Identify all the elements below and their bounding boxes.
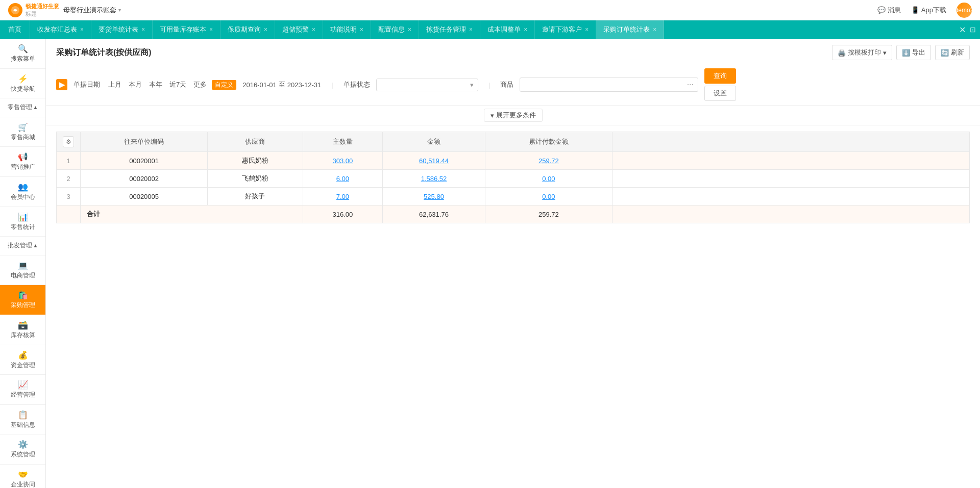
chevron-down-icon: ▾ xyxy=(470,81,474,89)
shortcut-this-year[interactable]: 本年 xyxy=(147,80,164,90)
logo-text: 畅捷通好生意 标题 xyxy=(26,3,59,18)
refresh-button[interactable]: 🔄 刷新 xyxy=(935,45,970,60)
close-icon[interactable]: × xyxy=(585,26,589,33)
filter-toggle-button[interactable]: ▶ xyxy=(56,79,67,90)
shortcut-more[interactable]: 更多 xyxy=(191,80,209,90)
close-icon[interactable]: × xyxy=(209,26,213,33)
tab-purchase-stat[interactable]: 采购订单统计表 × xyxy=(596,20,664,39)
sidebar-item-purchase[interactable]: 🛍️ 采购管理 xyxy=(0,285,45,315)
row-supplier: 飞鹤奶粉 xyxy=(208,170,303,188)
close-icon[interactable]: × xyxy=(80,26,84,33)
tab-config[interactable]: 配置信息 × xyxy=(371,20,419,39)
chevron-down-icon: ▾ xyxy=(491,112,494,119)
row-num: 3 xyxy=(57,188,81,206)
sidebar-item-retail-stat[interactable]: 📊 零售统计 xyxy=(0,207,45,237)
chevron-icon: ▲ xyxy=(33,105,38,110)
row-code: 00020001 xyxy=(81,152,208,170)
date-range-display: 2016-01-01 至 2023-12-31 xyxy=(242,80,321,89)
enterprise-icon: 🤝 xyxy=(18,470,28,479)
tab-goods-stat[interactable]: 要货单统计表 × xyxy=(91,20,153,39)
close-icon[interactable]: × xyxy=(408,26,411,33)
sidebar-item-enterprise[interactable]: 🤝 企业协同 xyxy=(0,465,45,488)
settings-button[interactable]: 设置 xyxy=(704,86,736,101)
message-icon: 💬 xyxy=(877,6,886,14)
paid-link[interactable]: 259.72 xyxy=(538,157,559,165)
goods-filter-label: 商品 xyxy=(500,80,513,89)
paid-link[interactable]: 0.00 xyxy=(542,175,555,183)
sidebar-item-marketing[interactable]: 📢 营销推广 xyxy=(0,147,45,177)
paid-link[interactable]: 0.00 xyxy=(542,193,555,200)
tab-invite[interactable]: 邀请下游客户 × xyxy=(535,20,596,39)
total-label: 合计 xyxy=(81,206,303,223)
top-bar: 畅捷通好生意 标题 母婴行业演示账套 ▾ 💬 消息 📱 App下载 demo2 xyxy=(0,0,980,20)
status-select[interactable]: ▾ xyxy=(376,79,478,91)
col-extra xyxy=(612,132,970,152)
close-icon[interactable]: × xyxy=(524,26,527,33)
custom-date-tag[interactable]: 自定义 xyxy=(212,80,236,90)
quick-nav-icon: ⚡ xyxy=(18,74,28,84)
system-icon: ⚙️ xyxy=(18,440,28,449)
expand-conditions-button[interactable]: ▾ 展开更多条件 xyxy=(484,109,543,122)
sidebar-item-member[interactable]: 👥 会员中心 xyxy=(0,177,45,207)
amount-link[interactable]: 1,586.52 xyxy=(421,175,447,183)
sidebar-item-retail[interactable]: 零售管理 ▲ xyxy=(0,98,45,117)
close-icon[interactable]: × xyxy=(360,26,363,33)
sidebar-item-ecommerce[interactable]: 💻 电商管理 xyxy=(0,255,45,286)
close-all-tabs-button[interactable]: ✕ xyxy=(959,25,966,35)
sidebar-item-search[interactable]: 🔍 搜索菜单 xyxy=(0,39,45,69)
qty-link[interactable]: 7.00 xyxy=(336,193,349,200)
tab-expiry[interactable]: 保质期查询 × xyxy=(220,20,275,39)
sidebar-item-system[interactable]: ⚙️ 系统管理 xyxy=(0,434,45,465)
sidebar-item-quick[interactable]: ⚡ 快捷导航 xyxy=(0,69,45,99)
row-code: 00020005 xyxy=(81,188,208,206)
close-icon[interactable]: × xyxy=(264,26,267,33)
restore-window-button[interactable]: ⊡ xyxy=(970,25,976,34)
tab-overstock[interactable]: 超储预警 × xyxy=(275,20,323,39)
close-icon[interactable]: × xyxy=(141,26,145,33)
close-icon[interactable]: × xyxy=(469,26,473,33)
tab-cost-adj[interactable]: 成本调整单 × xyxy=(480,20,535,39)
action-buttons: 查询 设置 xyxy=(704,68,736,101)
goods-input[interactable]: ··· xyxy=(520,78,698,92)
sidebar-item-finance[interactable]: 💰 资金管理 xyxy=(0,345,45,375)
message-button[interactable]: 💬 消息 xyxy=(877,6,901,15)
amount-link[interactable]: 60,519.44 xyxy=(419,157,449,165)
user-avatar[interactable]: demo2 xyxy=(957,3,972,18)
shortcut-this-month[interactable]: 本月 xyxy=(127,80,144,90)
col-qty: 主数量 xyxy=(303,132,383,152)
export-button[interactable]: ⬇️ 导出 xyxy=(896,45,931,60)
total-paid: 259.72 xyxy=(485,206,612,223)
shortcut-last-month[interactable]: 上月 xyxy=(106,80,124,90)
tab-receive[interactable]: 收发存汇总表 × xyxy=(30,20,91,39)
col-amount: 金额 xyxy=(383,132,485,152)
inventory-icon: 🗃️ xyxy=(18,320,28,330)
table-row: 1 00020001 惠氏奶粉 303.00 60,519.44 259.72 xyxy=(57,152,970,170)
sidebar-item-retail-shop[interactable]: 🛒 零售商城 xyxy=(0,117,45,147)
close-icon[interactable]: × xyxy=(312,26,315,33)
close-icon[interactable]: × xyxy=(653,26,656,33)
app-download-button[interactable]: 📱 App下载 xyxy=(911,6,946,15)
column-settings-button[interactable]: ⚙ xyxy=(63,136,74,147)
query-button[interactable]: 查询 xyxy=(704,68,736,84)
sidebar: 🔍 搜索菜单 ⚡ 快捷导航 零售管理 ▲ 🛒 零售商城 📢 营销推广 👥 会员中… xyxy=(0,39,46,488)
tab-available-stock[interactable]: 可用量库存账本 × xyxy=(153,20,220,39)
date-to: 2023-12-31 xyxy=(287,81,322,89)
basic-icon: 📋 xyxy=(18,410,28,420)
more-icon[interactable]: ··· xyxy=(687,80,694,89)
workspace-selector[interactable]: 母婴行业演示账套 ▾ xyxy=(63,6,121,15)
shortcut-7days[interactable]: 近7天 xyxy=(167,80,188,90)
sidebar-item-basic[interactable]: 📋 基础信息 xyxy=(0,405,45,435)
row-supplier: 惠氏奶粉 xyxy=(208,152,303,170)
template-print-button[interactable]: 🖨️ 按模板打印 ▾ xyxy=(832,45,892,60)
date-filter-label: 单据日期 xyxy=(74,80,100,89)
sidebar-item-wholesale[interactable]: 批发管理 ▲ xyxy=(0,237,45,255)
sidebar-item-inventory[interactable]: 🗃️ 库存核算 xyxy=(0,315,45,345)
amount-link[interactable]: 525.80 xyxy=(424,193,444,200)
status-filter-label: 单据状态 xyxy=(344,80,370,89)
tab-home[interactable]: 首页 xyxy=(0,20,30,39)
tab-pick-task[interactable]: 拣货任务管理 × xyxy=(419,20,480,39)
tab-func-desc[interactable]: 功能说明 × xyxy=(323,20,371,39)
sidebar-item-ops[interactable]: 📈 经营管理 xyxy=(0,375,45,405)
qty-link[interactable]: 303.00 xyxy=(333,157,353,165)
qty-link[interactable]: 6.00 xyxy=(336,175,349,183)
